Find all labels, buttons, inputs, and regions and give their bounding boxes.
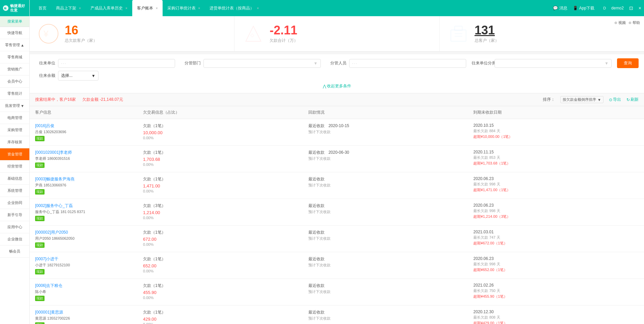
sidebar-item-lingsoushangcheng[interactable]: 零售商城	[0, 51, 29, 63]
refresh-btn[interactable]: ↻ 刷新	[626, 97, 639, 102]
overdue-link-7[interactable]: 超期¥429.00（1笔）	[473, 321, 639, 324]
customer-name-0[interactable]: [0016]吕俊	[35, 123, 143, 129]
close-btn[interactable]: ×	[639, 5, 641, 11]
sidebar-item-lingshouguan[interactable]: 零售管理 ▲	[0, 39, 29, 51]
export-btn[interactable]: ⊙ 导出	[609, 97, 621, 102]
filter-select-balance[interactable]: 选择... ▼	[58, 71, 99, 81]
sidebar-item-xitong[interactable]: 系统管理	[0, 185, 29, 197]
query-button[interactable]: 查询	[617, 58, 639, 68]
col-customer: 客户信息	[35, 110, 143, 115]
customer-info-0: [0016]吕俊 吕俊 13026203696 现款	[35, 123, 143, 141]
tab-goods[interactable]: 商品上下架 ×	[51, 0, 86, 16]
overdue-link-2[interactable]: 超期¥1,471.00（1笔）	[473, 187, 639, 193]
debt-amount-2[interactable]: 1,471.00	[143, 183, 308, 188]
sidebar-item-xinshou[interactable]: 新手引导	[0, 209, 29, 221]
message-btn[interactable]: 💬 消息	[553, 5, 567, 11]
filter-input-category[interactable]: ▼	[495, 59, 612, 68]
customer-name-6[interactable]: [0006]去下粮仓	[35, 283, 143, 289]
payment-info-7: 最近收款 预计下次收款	[308, 310, 474, 321]
customer-sub-3: 服务中心_丁磊 181 0125 8371	[35, 209, 143, 214]
sidebar-item-jichu[interactable]: 基础信息	[0, 173, 29, 185]
close-goods-tab[interactable]: ×	[79, 6, 81, 10]
tab-produce[interactable]: 产成品入库单历史 ×	[86, 0, 132, 16]
help-btn[interactable]: ⊙ 帮助	[628, 20, 640, 25]
payment-info-2: 最近收款 预计下次收款	[308, 176, 474, 188]
sidebar-item-kucun[interactable]: 库存核算	[0, 136, 29, 148]
filter-input-dept[interactable]: ▼	[203, 59, 320, 68]
col-due: 到期未收款日期	[473, 110, 639, 115]
sidebar-item-caigou[interactable]: 采购管理	[0, 124, 29, 136]
sidebar-item-jingying[interactable]: 经营管理	[0, 160, 29, 173]
sidebar-item-qiyewx[interactable]: 企业微信	[0, 233, 29, 245]
sidebar-item-yingyong[interactable]: 应用中心	[0, 221, 29, 233]
sidebar-item-zijin[interactable]: 资金管理	[0, 148, 29, 160]
debt-pct-0: 0.00%	[143, 136, 308, 140]
tab-customer[interactable]: 客户账本 ×	[132, 0, 163, 16]
sidebar-item-changhuy[interactable]: 畅会员	[0, 245, 29, 258]
overdue-link-3[interactable]: 超期¥1,214.00（3笔）	[473, 214, 639, 219]
sidebar-item-pifaguanli[interactable]: 批发管理 ▼	[0, 100, 29, 112]
debt-amount-5[interactable]: 652.00	[143, 263, 308, 268]
app-download-btn[interactable]: 📱 App下载	[573, 5, 594, 11]
debt-amount-3[interactable]: 1,214.00	[143, 210, 308, 215]
video-btn[interactable]: ⊙ 视频	[614, 20, 626, 25]
topbar: 首页 商品上下架 × 产成品入库单历史 × 客户账本 × 采购订单统计表 × 进…	[30, 0, 644, 16]
stat-card-debt: ◇ -2.11 欠款合计（万）	[234, 16, 439, 51]
customer-name-3[interactable]: [0002]服务中心_丁磊	[35, 203, 143, 209]
debt-count-7: 欠款（1笔）	[143, 310, 308, 315]
customer-sub-4: 用户2050 18665062050	[35, 236, 143, 241]
debt-amount-0[interactable]: 10,000.00	[143, 130, 308, 135]
sidebar-item-lingshoutongji[interactable]: 零售统计	[0, 88, 29, 100]
close-purchase-tab[interactable]: ×	[198, 6, 200, 10]
close-inbound-tab[interactable]: ×	[257, 6, 259, 10]
sidebar-item-dianshang[interactable]: 电商管理	[0, 112, 29, 124]
collapse-btn[interactable]: ⋀ 收起更多条件	[35, 83, 639, 89]
debt-amount-7[interactable]: 429.00	[143, 317, 308, 322]
due-info-2: 2020.06.23 最长欠款 998 天 超期¥1,471.00（1笔）	[473, 176, 639, 193]
filter-input-unit[interactable]: ···	[58, 59, 175, 68]
debt-amount-1[interactable]: 1,703.68	[143, 157, 308, 162]
overdue-link-1[interactable]: 超期¥1,703.68（1笔）	[473, 161, 639, 166]
sort-select[interactable]: 按欠款金额倒序排序 ▼	[560, 96, 604, 103]
payment-info-3: 最近收款 预计下次收款	[308, 203, 474, 214]
sidebar-item-huiyuan[interactable]: 会员中心	[0, 76, 29, 88]
payment-next-1: 预计下次收款	[308, 156, 474, 161]
customer-name-2[interactable]: [0003]畅捷服务尹海燕	[35, 176, 143, 182]
sidebar-item-qiyexiey[interactable]: 企业协同	[0, 197, 29, 209]
tab-inbound[interactable]: 进货单统计表（按商品） ×	[205, 0, 263, 16]
overdue-link-5[interactable]: 超期¥652.00（1笔）	[473, 267, 639, 272]
debt-amount-6[interactable]: 455.90	[143, 290, 308, 295]
filter-item-dept: 分管部门 ▼	[180, 59, 320, 68]
stat-icon-total	[448, 23, 469, 45]
payment-label-7: 最近收款	[308, 310, 474, 315]
customer-sub-6: 陈小希	[35, 289, 143, 294]
filter-label-dept: 分管部门	[180, 60, 201, 66]
debt-amount-4[interactable]: 672.00	[143, 237, 308, 242]
overdue-link-6[interactable]: 超期¥455.90（1笔）	[473, 294, 639, 299]
main-content: 首页 商品上下架 × 产成品入库单历史 × 客户账本 × 采购订单统计表 × 进…	[30, 0, 644, 324]
customer-name-4[interactable]: [000002]用户2050	[35, 230, 143, 235]
search-menu-btn[interactable]: 搜索菜单	[0, 16, 29, 27]
customer-name-1[interactable]: [0001020001]李老师	[35, 150, 143, 155]
debt-info-2: 欠款（1笔） 1,471.00 0.00%	[143, 176, 308, 193]
user-avatar-btn[interactable]: D demo2	[600, 3, 624, 13]
filter-input-person[interactable]: ···	[349, 59, 466, 68]
tab-home[interactable]: 首页	[34, 0, 51, 16]
expand-btn[interactable]: ⊡	[629, 5, 633, 11]
debt-pct-3: 0.00%	[143, 216, 308, 220]
global-actions: 💬 消息 📱 App下载 D demo2 ⊡ ×	[553, 0, 641, 16]
stat-card-total: 131 总客户（家） ⊙ 视频 ⊙ 帮助	[440, 16, 644, 51]
overdue-link-0[interactable]: 超期¥10,000.00（1笔）	[473, 134, 639, 139]
customer-name-7[interactable]: [000001]黄思源	[35, 310, 143, 315]
tag-xian-1: 现款	[35, 163, 45, 168]
sidebar-item-yingxiao[interactable]: 营销推广	[0, 63, 29, 76]
tab-purchase[interactable]: 采购订单统计表 ×	[163, 0, 205, 16]
stat-number-customers: 16	[65, 24, 97, 36]
overdue-link-4[interactable]: 超期¥672.00（1笔）	[473, 241, 639, 246]
sidebar-item-kuaijie[interactable]: 快捷导航	[0, 27, 29, 39]
close-customer-tab[interactable]: ×	[156, 6, 158, 10]
stat-label-customers: 总欠款客户（家）	[65, 38, 97, 43]
close-produce-tab[interactable]: ×	[125, 6, 128, 10]
logo-text: 畅捷通好生意	[10, 4, 27, 12]
customer-name-5[interactable]: [0007]小进干	[35, 256, 143, 262]
